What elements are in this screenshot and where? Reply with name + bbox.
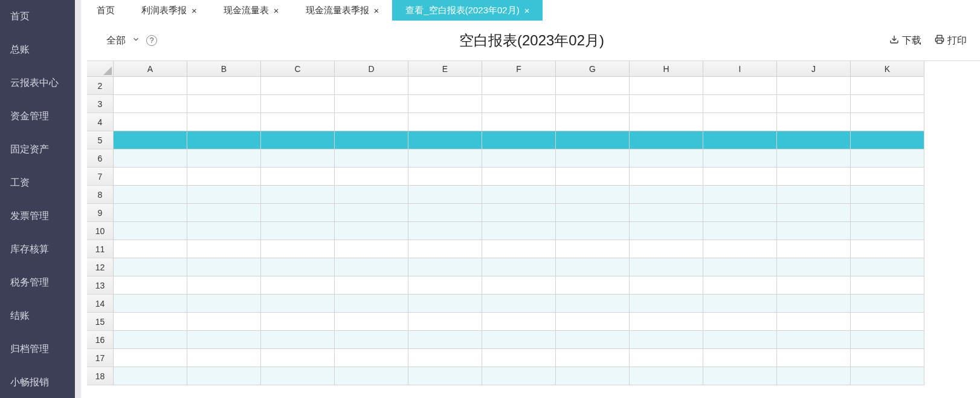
- cell[interactable]: [777, 349, 851, 367]
- cell[interactable]: [556, 276, 630, 295]
- cell[interactable]: [187, 222, 261, 240]
- cell[interactable]: [187, 113, 261, 131]
- row-header[interactable]: 16: [87, 331, 114, 349]
- cell[interactable]: [851, 349, 924, 367]
- cell[interactable]: [777, 95, 851, 113]
- cell[interactable]: [851, 240, 924, 258]
- sidebar-item-tax[interactable]: 税务管理: [0, 266, 77, 299]
- cell[interactable]: [703, 240, 777, 258]
- cell[interactable]: [482, 77, 556, 95]
- column-header[interactable]: I: [703, 61, 777, 77]
- row-header[interactable]: 14: [87, 295, 114, 313]
- cell[interactable]: [703, 295, 777, 313]
- column-header[interactable]: E: [408, 61, 482, 77]
- cell[interactable]: [703, 77, 777, 95]
- cell[interactable]: [482, 204, 556, 222]
- cell[interactable]: [777, 222, 851, 240]
- cell[interactable]: [630, 331, 703, 349]
- cell[interactable]: [482, 168, 556, 186]
- cell[interactable]: [777, 168, 851, 186]
- cell[interactable]: [114, 313, 187, 331]
- sidebar-item-fixed-assets[interactable]: 固定资产: [0, 133, 77, 166]
- cell[interactable]: [408, 204, 482, 222]
- download-button[interactable]: 下载: [889, 34, 921, 47]
- column-header[interactable]: C: [261, 61, 335, 77]
- row-header[interactable]: 4: [87, 113, 114, 131]
- cell[interactable]: [187, 168, 261, 186]
- cell[interactable]: [408, 349, 482, 367]
- cell[interactable]: [114, 204, 187, 222]
- row-header[interactable]: 15: [87, 313, 114, 331]
- cell[interactable]: [261, 313, 335, 331]
- cell[interactable]: [556, 113, 630, 131]
- sidebar-item-inventory[interactable]: 库存核算: [0, 233, 77, 266]
- cell[interactable]: [187, 258, 261, 276]
- cell[interactable]: [408, 77, 482, 95]
- cell[interactable]: [777, 131, 851, 149]
- row-header[interactable]: 11: [87, 240, 114, 258]
- cell[interactable]: [187, 313, 261, 331]
- cell[interactable]: [703, 95, 777, 113]
- cell[interactable]: [114, 276, 187, 295]
- cell[interactable]: [556, 149, 630, 168]
- cell[interactable]: [703, 186, 777, 204]
- cell[interactable]: [408, 222, 482, 240]
- cell[interactable]: [408, 168, 482, 186]
- cell[interactable]: [630, 367, 703, 385]
- row-header[interactable]: 3: [87, 95, 114, 113]
- cell[interactable]: [851, 168, 924, 186]
- cell[interactable]: [408, 258, 482, 276]
- cell[interactable]: [335, 77, 408, 95]
- cell[interactable]: [482, 313, 556, 331]
- cell[interactable]: [408, 276, 482, 295]
- select-all-corner[interactable]: [87, 61, 114, 77]
- cell[interactable]: [261, 204, 335, 222]
- cell[interactable]: [187, 186, 261, 204]
- column-header[interactable]: D: [335, 61, 408, 77]
- close-icon[interactable]: ×: [374, 5, 379, 16]
- cell[interactable]: [630, 240, 703, 258]
- cell[interactable]: [630, 168, 703, 186]
- cell[interactable]: [335, 295, 408, 313]
- cell[interactable]: [851, 95, 924, 113]
- cell[interactable]: [703, 313, 777, 331]
- cell[interactable]: [114, 295, 187, 313]
- cell[interactable]: [851, 204, 924, 222]
- cell[interactable]: [556, 295, 630, 313]
- cell[interactable]: [556, 95, 630, 113]
- cell[interactable]: [114, 95, 187, 113]
- cell[interactable]: [408, 113, 482, 131]
- cell[interactable]: [187, 240, 261, 258]
- cell[interactable]: [851, 77, 924, 95]
- cell[interactable]: [851, 367, 924, 385]
- cell[interactable]: [408, 95, 482, 113]
- column-header[interactable]: F: [482, 61, 556, 77]
- cell[interactable]: [703, 349, 777, 367]
- cell[interactable]: [556, 313, 630, 331]
- cell[interactable]: [408, 149, 482, 168]
- cell[interactable]: [335, 204, 408, 222]
- cell[interactable]: [114, 149, 187, 168]
- cell[interactable]: [408, 240, 482, 258]
- cell[interactable]: [187, 349, 261, 367]
- cell[interactable]: [851, 258, 924, 276]
- cell[interactable]: [261, 331, 335, 349]
- close-icon[interactable]: ×: [274, 5, 279, 16]
- sidebar-item-fund-mgmt[interactable]: 资金管理: [0, 100, 77, 133]
- cell[interactable]: [335, 186, 408, 204]
- cell[interactable]: [114, 168, 187, 186]
- cell[interactable]: [408, 313, 482, 331]
- cell[interactable]: [703, 276, 777, 295]
- cell[interactable]: [114, 258, 187, 276]
- cell[interactable]: [556, 240, 630, 258]
- cell[interactable]: [482, 331, 556, 349]
- cell[interactable]: [556, 204, 630, 222]
- cell[interactable]: [703, 367, 777, 385]
- cell[interactable]: [630, 186, 703, 204]
- cell[interactable]: [335, 367, 408, 385]
- sidebar-item-closing[interactable]: 结账: [0, 299, 77, 333]
- cell[interactable]: [261, 113, 335, 131]
- cell[interactable]: [556, 331, 630, 349]
- cell[interactable]: [703, 331, 777, 349]
- row-header[interactable]: 13: [87, 276, 114, 295]
